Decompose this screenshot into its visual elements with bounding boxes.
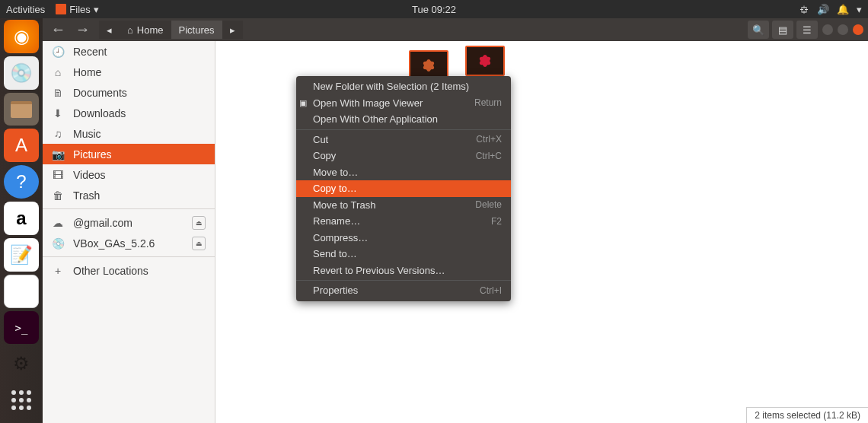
- eject-button[interactable]: ⏏: [192, 237, 206, 250]
- menu-item-copy-to[interactable]: Copy to…: [296, 180, 511, 197]
- sidebar-item-documents[interactable]: 🗎Documents: [43, 82, 215, 103]
- launcher: ◉ 💿 A ? a 📝 >_ ⚙: [0, 18, 43, 423]
- menu-item-label: Properties: [313, 285, 358, 296]
- launcher-notes[interactable]: 📝: [4, 238, 39, 272]
- menu-item-label: Compress…: [313, 232, 368, 243]
- launcher-terminal[interactable]: >_: [4, 311, 39, 345]
- sidebar-item-videos[interactable]: 🎞Videos: [43, 164, 215, 185]
- launcher-files[interactable]: [4, 93, 39, 126]
- path-pictures[interactable]: Pictures: [171, 21, 222, 39]
- sidebar-drive[interactable]: ☁@gmail.com⏏: [43, 212, 215, 233]
- menu-item-revert-to-previous-versions[interactable]: Revert to Previous Versions…: [296, 262, 511, 279]
- files-icon: [56, 4, 66, 14]
- files-menu[interactable]: Files ▾: [56, 4, 98, 15]
- sidebar-item-label: Music: [73, 128, 101, 140]
- launcher-apps[interactable]: [4, 383, 39, 417]
- sidebar: 🕘Recent⌂Home🗎Documents⬇Downloads♫Music📷P…: [43, 41, 215, 423]
- sidebar-item-label: Home: [73, 66, 101, 78]
- path-home[interactable]: ⌂ Home: [120, 21, 171, 39]
- notification-icon[interactable]: 🔔: [837, 4, 849, 15]
- menu-item-copy[interactable]: CopyCtrl+C: [296, 148, 511, 164]
- eject-button[interactable]: ⏏: [192, 216, 206, 230]
- power-icon[interactable]: ▾: [857, 4, 862, 15]
- home-icon: ⌂: [52, 66, 64, 78]
- menu-item-label: Copy: [313, 150, 336, 161]
- network-icon[interactable]: ⯐: [799, 4, 809, 15]
- file-thumbnail[interactable]: [462, 46, 508, 76]
- path-bar: ◂ ⌂ Home Pictures ▸: [99, 21, 243, 39]
- search-button[interactable]: 🔍: [748, 21, 769, 39]
- close-button[interactable]: [853, 24, 863, 35]
- launcher-rhythmbox[interactable]: 💿: [4, 56, 39, 90]
- sidebar-item-label: Documents: [73, 87, 127, 99]
- menu-item-label: Move to Trash: [313, 199, 375, 211]
- sidebar-item-downloads[interactable]: ⬇Downloads: [43, 103, 215, 123]
- volume-icon[interactable]: 🔊: [817, 4, 829, 15]
- menu-item-new-folder-with-selection-items[interactable]: New Folder with Selection (2 Items): [296, 78, 511, 95]
- activities-button[interactable]: Activities: [6, 4, 45, 15]
- launcher-settings[interactable]: ⚙: [4, 347, 39, 380]
- toolbar: 🡐 🡒 ◂ ⌂ Home Pictures ▸ 🔍 ▤ ☰: [43, 18, 868, 41]
- video-icon: 🎞: [52, 169, 64, 181]
- disk-icon: ☁: [52, 217, 64, 229]
- menu-shortcut: Ctrl+X: [476, 134, 502, 145]
- launcher-firefox[interactable]: ◉: [4, 20, 39, 53]
- menu-item-move-to[interactable]: Move to…: [296, 164, 511, 181]
- menu-item-open-with-other-application[interactable]: Open With Other Application: [296, 111, 511, 128]
- camera-icon: 📷: [52, 148, 64, 161]
- top-panel: Activities Files ▾ Tue 09:22 ⯐ 🔊 🔔 ▾: [0, 0, 868, 18]
- view-list-button[interactable]: ▤: [772, 21, 793, 39]
- app-icon: ▣: [299, 98, 310, 108]
- clock-icon: 🕘: [52, 46, 64, 58]
- sidebar-drive[interactable]: 💿VBox_GAs_5.2.6⏏: [43, 233, 215, 253]
- doc-icon: 🗎: [52, 87, 64, 99]
- menu-item-compress[interactable]: Compress…: [296, 230, 511, 246]
- sidebar-item-music[interactable]: ♫Music: [43, 123, 215, 144]
- launcher-help[interactable]: ?: [4, 165, 39, 199]
- menu-item-open-with-image-viewer[interactable]: ▣Open With Image ViewerReturn: [296, 95, 511, 112]
- disk-icon: 💿: [52, 237, 64, 250]
- menu-shortcut: Delete: [475, 199, 502, 210]
- sidebar-item-label: @gmail.com: [73, 217, 132, 229]
- sidebar-item-recent[interactable]: 🕘Recent: [43, 41, 215, 62]
- clock[interactable]: Tue 09:22: [412, 4, 456, 15]
- menu-item-send-to[interactable]: Send to…: [296, 246, 511, 262]
- menu-item-label: Copy to…: [313, 183, 357, 194]
- menu-item-properties[interactable]: PropertiesCtrl+I: [296, 282, 511, 299]
- menu-item-label: Move to…: [313, 167, 358, 178]
- sidebar-item-label: Recent: [73, 46, 107, 58]
- menu-item-label: Cut: [313, 134, 328, 145]
- launcher-software[interactable]: A: [4, 129, 39, 162]
- sidebar-item-pictures[interactable]: 📷Pictures: [43, 144, 215, 164]
- sidebar-item-label: Videos: [73, 169, 106, 181]
- sidebar-item-label: VBox_GAs_5.2.6: [73, 237, 155, 250]
- minimize-button[interactable]: [822, 24, 833, 35]
- menu-item-label: Open With Image Viewer: [313, 97, 423, 109]
- down-icon: ⬇: [52, 107, 64, 119]
- menu-item-cut[interactable]: CutCtrl+X: [296, 132, 511, 148]
- menu-item-rename[interactable]: Rename…F2: [296, 213, 511, 230]
- path-chevron-right[interactable]: ▸: [222, 21, 243, 39]
- menu-shortcut: F2: [491, 216, 502, 227]
- launcher-libreoffice[interactable]: [4, 275, 39, 308]
- status-bar: 2 items selected (11.2 kB): [746, 407, 868, 423]
- menu-shortcut: Ctrl+C: [476, 151, 502, 161]
- sidebar-other-locations[interactable]: +Other Locations: [43, 260, 215, 281]
- sidebar-item-home[interactable]: ⌂Home: [43, 62, 215, 82]
- sidebar-item-label: Downloads: [73, 107, 126, 119]
- chevron-down-icon: ▾: [94, 4, 99, 15]
- menu-button[interactable]: ☰: [796, 21, 818, 39]
- sidebar-item-trash[interactable]: 🗑Trash: [43, 185, 215, 205]
- back-button[interactable]: 🡐: [47, 21, 69, 39]
- forward-button[interactable]: 🡒: [72, 21, 93, 39]
- maximize-button[interactable]: [838, 24, 848, 35]
- menu-item-label: New Folder with Selection (2 Items): [313, 81, 469, 92]
- sidebar-item-label: Trash: [73, 189, 100, 202]
- menu-item-label: Rename…: [313, 215, 360, 227]
- launcher-amazon[interactable]: a: [4, 202, 39, 235]
- trash-icon: 🗑: [52, 189, 64, 202]
- menu-item-label: Revert to Previous Versions…: [313, 265, 445, 276]
- path-chevron[interactable]: ◂: [99, 21, 120, 39]
- menu-item-move-to-trash[interactable]: Move to TrashDelete: [296, 197, 511, 214]
- menu-shortcut: Ctrl+I: [480, 285, 502, 296]
